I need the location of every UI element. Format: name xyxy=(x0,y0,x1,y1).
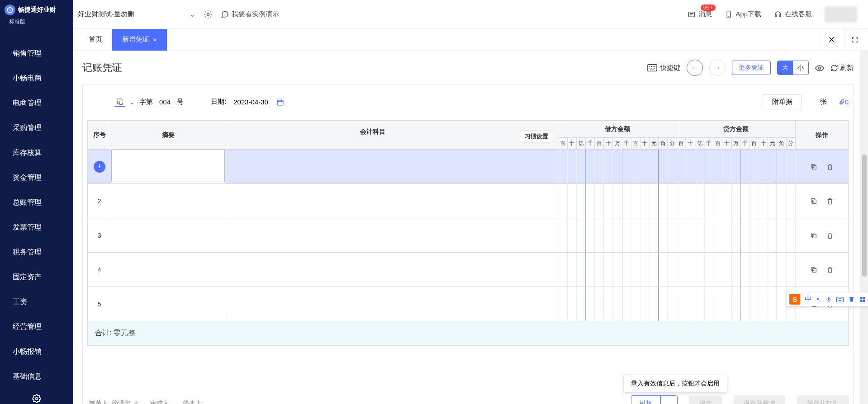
amount-digit[interactable] xyxy=(704,184,713,218)
avatar[interactable] xyxy=(825,6,857,23)
amount-digit[interactable] xyxy=(595,287,604,321)
close-icon[interactable]: × xyxy=(153,36,157,43)
amount-digit[interactable] xyxy=(650,184,659,218)
sidebar-item-ecomm2[interactable]: 电商管理 xyxy=(0,91,73,116)
amount-digit[interactable] xyxy=(731,218,740,253)
amount-digit[interactable] xyxy=(740,150,749,184)
ime-mic-icon[interactable] xyxy=(825,295,832,303)
table-row[interactable]: + xyxy=(88,150,849,184)
amount-digit[interactable] xyxy=(695,287,704,321)
settings-icon[interactable] xyxy=(204,9,213,19)
amount-digit[interactable] xyxy=(659,218,668,253)
refresh-button[interactable]: 刷新 xyxy=(830,64,854,72)
amount-digit[interactable] xyxy=(713,184,722,218)
amount-digit[interactable] xyxy=(613,253,622,287)
date-input[interactable]: 2023-04-30 xyxy=(231,98,271,106)
amount-digit[interactable] xyxy=(640,287,649,321)
summary-cell[interactable] xyxy=(111,150,225,184)
amount-digit[interactable] xyxy=(731,150,740,184)
amount-digit[interactable] xyxy=(777,150,786,184)
amount-digit[interactable] xyxy=(604,218,613,253)
ime-punct-icon[interactable]: •, xyxy=(816,295,821,303)
account-cell[interactable] xyxy=(225,287,558,321)
amount-digit[interactable] xyxy=(695,218,704,253)
amount-digit[interactable] xyxy=(595,253,604,287)
sidebar-item-purchase[interactable]: 采购管理 xyxy=(0,116,73,141)
amount-digit[interactable] xyxy=(640,253,649,287)
summary-cell[interactable] xyxy=(111,287,225,321)
amount-digit[interactable] xyxy=(731,184,740,218)
account-cell[interactable] xyxy=(225,184,558,218)
table-row[interactable]: 2 xyxy=(88,184,849,218)
sidebar-item-invoice[interactable]: 发票管理 xyxy=(0,215,73,240)
prev-button[interactable]: ← xyxy=(687,60,703,76)
amount-digit[interactable] xyxy=(576,218,585,253)
sidebar-item-ecomm1[interactable]: 小畅电商 xyxy=(0,66,73,91)
amount-digit[interactable] xyxy=(604,253,613,287)
sidebar-item-funds[interactable]: 资金管理 xyxy=(0,165,73,190)
messages-button[interactable]: 消息 99 + xyxy=(688,10,712,19)
fullscreen-button[interactable] xyxy=(844,29,865,51)
amount-digit[interactable] xyxy=(631,218,640,253)
sidebar-settings[interactable] xyxy=(0,389,73,404)
template-button[interactable]: 模板 ⌄ xyxy=(631,395,678,404)
amount-digit[interactable] xyxy=(704,150,713,184)
amount-digit[interactable] xyxy=(768,218,777,253)
scrollbar-thumb[interactable] xyxy=(862,155,867,277)
amount-digit[interactable] xyxy=(567,287,576,321)
seq-cell[interactable]: 2 xyxy=(88,184,111,218)
amount-digit[interactable] xyxy=(558,184,567,218)
amount-digit[interactable] xyxy=(613,184,622,218)
voucher-number[interactable]: 004 xyxy=(157,98,172,106)
size-large[interactable]: 大 xyxy=(778,61,793,75)
amount-digit[interactable] xyxy=(668,184,677,218)
delete-icon[interactable] xyxy=(826,163,834,170)
ime-toolbar[interactable]: S 中 •, xyxy=(786,292,868,306)
amount-digit[interactable] xyxy=(786,150,795,184)
ime-skin-icon[interactable] xyxy=(848,295,855,303)
amount-digit[interactable] xyxy=(650,253,659,287)
amount-digit[interactable] xyxy=(576,287,585,321)
amount-digit[interactable] xyxy=(777,184,786,218)
amount-digit[interactable] xyxy=(622,287,631,321)
amount-digit[interactable] xyxy=(722,287,731,321)
account-cell[interactable] xyxy=(225,218,558,253)
amount-digit[interactable] xyxy=(740,184,749,218)
amount-digit[interactable] xyxy=(585,287,594,321)
more-vouchers-button[interactable]: 更多凭证 xyxy=(732,61,771,75)
preview-icon[interactable] xyxy=(815,63,824,72)
edit-icon[interactable] xyxy=(133,401,138,404)
copy-icon[interactable] xyxy=(810,266,817,273)
amount-digit[interactable] xyxy=(749,150,759,184)
seq-cell[interactable]: 3 xyxy=(88,218,111,253)
habit-settings-button[interactable]: 习惯设置 xyxy=(520,131,553,142)
amount-digit[interactable] xyxy=(740,287,749,321)
amount-digit[interactable] xyxy=(768,287,777,321)
amount-digit[interactable] xyxy=(777,253,786,287)
amount-digit[interactable] xyxy=(713,287,722,321)
amount-digit[interactable] xyxy=(558,253,567,287)
amount-digit[interactable] xyxy=(622,150,631,184)
sidebar-item-gl[interactable]: 总账管理 xyxy=(0,190,73,215)
amount-digit[interactable] xyxy=(768,253,777,287)
copy-icon[interactable] xyxy=(810,197,817,205)
sidebar-item-biz[interactable]: 经营管理 xyxy=(0,315,73,339)
amount-digit[interactable] xyxy=(659,184,668,218)
sidebar-item-salary[interactable]: 工资 xyxy=(0,290,73,315)
amount-digit[interactable] xyxy=(677,184,686,218)
ime-menu-icon[interactable] xyxy=(859,295,866,303)
summary-input[interactable] xyxy=(111,150,225,182)
table-row[interactable]: 4 xyxy=(88,253,849,287)
amount-digit[interactable] xyxy=(749,287,759,321)
chevron-down-icon[interactable]: ⌄ xyxy=(129,99,135,106)
amount-digit[interactable] xyxy=(631,184,640,218)
ime-keyboard-icon[interactable] xyxy=(836,295,844,303)
amount-digit[interactable] xyxy=(558,218,567,253)
amount-digit[interactable] xyxy=(759,184,768,218)
size-small[interactable]: 小 xyxy=(793,61,808,75)
account-cell[interactable] xyxy=(225,150,558,184)
amount-digit[interactable] xyxy=(622,184,631,218)
amount-digit[interactable] xyxy=(722,184,731,218)
amount-digit[interactable] xyxy=(604,287,613,321)
amount-digit[interactable] xyxy=(722,150,731,184)
